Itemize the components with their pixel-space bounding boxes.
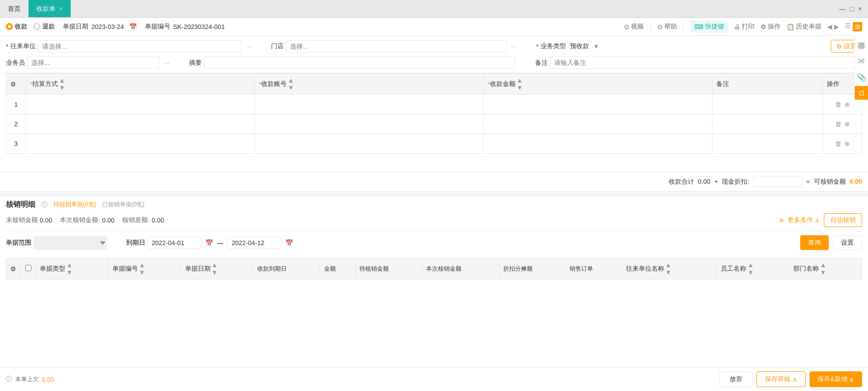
date-calendar-icon[interactable]: 📅	[129, 23, 137, 30]
th-discount: 折扣分摊额	[499, 258, 566, 279]
row-settlement-1[interactable]	[26, 95, 255, 114]
th-select-all[interactable]	[21, 258, 36, 279]
row-settlement-3[interactable]	[26, 134, 255, 154]
shortcut-btn[interactable]: ⌨ 快捷键	[690, 21, 728, 32]
total-value: 0.00	[698, 178, 710, 185]
business-type-required: *	[536, 43, 539, 50]
sidebar-clip-icon[interactable]: 📎	[857, 70, 867, 85]
employee-sort[interactable]: ▲▼	[747, 261, 754, 276]
salesperson-more-icon[interactable]: ···	[163, 59, 169, 67]
row-remark-2[interactable]	[712, 114, 822, 134]
tab-home[interactable]: 首页	[0, 0, 28, 17]
tab-bar-right: — □ ×	[839, 5, 868, 13]
counterpart-input[interactable]	[38, 40, 242, 53]
done-tab[interactable]: 已核销单据(0笔)	[102, 200, 145, 209]
receipt-radio[interactable]: 收款	[6, 22, 27, 31]
doc-date-sort[interactable]: ▲▼	[212, 261, 218, 276]
th-doc-date: 单据日期 ▲▼	[181, 258, 253, 279]
tab-receipt[interactable]: 收款单 ×	[28, 0, 71, 17]
doc-type-sort[interactable]: ▲▼	[66, 261, 73, 276]
amount-sort[interactable]: ▲▼	[516, 77, 523, 91]
date-from-calendar-icon[interactable]: 📅	[205, 239, 213, 247]
delete-icon-1[interactable]: 🗑	[835, 101, 841, 108]
prev-arrow[interactable]: ◀	[827, 23, 832, 30]
set-button[interactable]: 设置	[833, 235, 862, 250]
tab-close-icon[interactable]: ×	[59, 5, 63, 12]
video-btn[interactable]: ⊙ 视频	[624, 22, 644, 31]
row-remark-1[interactable]	[712, 95, 822, 114]
row-account-3[interactable]	[254, 134, 483, 154]
doc-number-sort[interactable]: ▲▼	[139, 261, 145, 276]
delete-icon-2[interactable]: 🗑	[835, 120, 841, 128]
help-btn[interactable]: ⊙ 帮助	[657, 22, 677, 31]
print-btn[interactable]: 🖨 打印	[734, 22, 755, 31]
due-date-to-input[interactable]	[227, 237, 281, 249]
row-amount-2[interactable]	[483, 114, 712, 134]
business-type-dropdown-icon[interactable]: ▼	[593, 43, 599, 50]
account-sort[interactable]: ▲▼	[288, 77, 294, 91]
salesperson-input[interactable]	[27, 56, 160, 69]
grid-view-icon[interactable]: ⊞	[853, 22, 862, 31]
table-header: ⚙ * 结算方式 ▲▼ * 收款账号 ▲▼	[6, 74, 862, 95]
select-all-checkbox[interactable]	[25, 265, 31, 271]
dept-sort[interactable]: ▲▼	[820, 261, 826, 276]
copy-icon-1[interactable]: ⊕	[844, 101, 850, 108]
shortcut-label: 快捷键	[705, 22, 724, 31]
counterpart-sort[interactable]: ▲▼	[665, 261, 672, 276]
row-settlement-2[interactable]	[26, 114, 255, 134]
date-to-calendar-icon[interactable]: 📅	[285, 239, 293, 247]
due-date-label: 到期日	[126, 238, 145, 247]
maximize-icon[interactable]: □	[850, 5, 854, 13]
discount-input[interactable]	[753, 176, 802, 187]
range-label: 单据范围	[6, 238, 31, 247]
save-draft-button[interactable]: 保存草稿 ∧	[757, 371, 806, 387]
copy-icon-3[interactable]: ⊕	[844, 140, 850, 147]
settlement-sort[interactable]: ▲▼	[59, 77, 65, 91]
query-button[interactable]: 查询	[800, 235, 829, 250]
auto-verify-button[interactable]: 自动核销	[824, 213, 862, 227]
row-remark-3[interactable]	[712, 134, 822, 154]
range-select[interactable]	[33, 236, 107, 250]
more-conditions-btn[interactable]: ⫸ 更多条件 ∧	[779, 216, 820, 224]
th-gear-icon[interactable]: ⚙	[10, 265, 16, 273]
view-toggle: ☰ ⊞	[845, 22, 862, 31]
row-amount-3[interactable]	[483, 134, 712, 154]
minimize-icon[interactable]: —	[839, 5, 846, 13]
store-field: 门店 ···	[271, 40, 516, 53]
sidebar-email-icon[interactable]: ✉	[858, 54, 865, 69]
sidebar-table-icon[interactable]: ▦	[858, 37, 865, 53]
verify-filter: 单据范围 ▼ 到期日 📅 — 📅 查询 设置	[6, 231, 862, 254]
close-window-icon[interactable]: ×	[858, 5, 862, 13]
operations-btn[interactable]: ⚙ 操作	[760, 22, 781, 31]
copy-icon-2[interactable]: ⊕	[844, 120, 850, 128]
delete-icon-3[interactable]: 🗑	[835, 140, 841, 147]
row-amount-1[interactable]	[483, 95, 712, 114]
store-input[interactable]	[286, 40, 507, 53]
save-new-button[interactable]: 保存&新增 ∧	[810, 371, 862, 387]
remark-field: 备注	[535, 56, 862, 69]
operations-label: 操作	[768, 22, 781, 31]
th-gear[interactable]: ⚙	[6, 74, 26, 95]
verify-info-icon[interactable]: ⓘ	[41, 200, 48, 209]
salesperson-field: 业务员 ···	[6, 56, 169, 69]
row-account-2[interactable]	[254, 114, 483, 134]
summary-input[interactable]	[204, 56, 516, 69]
pending-tab[interactable]: 待核销单据(0笔)	[54, 200, 96, 209]
th-checkbox[interactable]: ⚙	[6, 258, 21, 279]
counterpart-more-icon[interactable]: ···	[245, 42, 251, 50]
footer-info-icon[interactable]: ⓘ	[6, 375, 12, 384]
refund-radio[interactable]: 退款	[33, 22, 55, 31]
discard-button[interactable]: 放弃	[719, 371, 753, 387]
receipt-radio-dot	[6, 23, 13, 30]
store-more-icon[interactable]: ···	[511, 42, 516, 50]
list-view-icon[interactable]: ☰	[845, 22, 851, 31]
tab-receipt-label: 收款单	[36, 4, 55, 13]
date-field: 单据日期 2023-03-24 📅	[63, 22, 137, 31]
history-btn[interactable]: 📋 历史单据	[787, 22, 821, 31]
row-account-1[interactable]	[254, 95, 483, 114]
next-arrow[interactable]: ▶	[834, 23, 839, 30]
remark-input[interactable]	[550, 56, 862, 69]
business-type-field: * 业务类型 预收款 ▼	[536, 42, 825, 51]
due-date-from-input[interactable]	[147, 237, 201, 249]
sidebar-active-icon[interactable]: ⊡	[855, 86, 868, 100]
